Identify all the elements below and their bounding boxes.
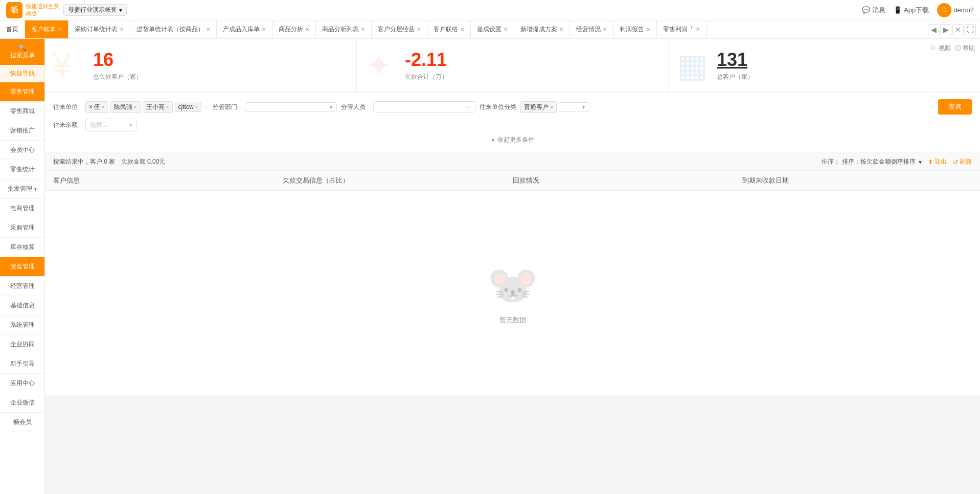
filter-tag-0[interactable]: × 伍 × — [85, 101, 108, 113]
tab-next-btn[interactable]: ▶ — [940, 24, 951, 35]
avatar: D — [937, 3, 951, 17]
tab-close-all-btn[interactable]: ✕ — [952, 24, 964, 35]
tab-new-commission-plan[interactable]: 新增提成方案 ✕ — [514, 20, 570, 39]
sidebar-item-retail-mgmt[interactable]: 零售管理 — [0, 82, 44, 102]
org-selector[interactable]: 母婴行业演示帐套 ▾ — [63, 4, 127, 16]
filter-tag-close-0[interactable]: × — [102, 104, 105, 110]
tab-close-11[interactable]: ✕ — [603, 27, 607, 32]
filter-classify-tag-0[interactable]: 普通客户 × — [520, 101, 557, 113]
tab-close-12[interactable]: ✕ — [646, 27, 650, 32]
tab-close-13[interactable]: ✕ — [696, 27, 700, 32]
tab-close-9[interactable]: ✕ — [504, 27, 508, 32]
tab-customer-tier[interactable]: 客户分层经营 ✕ — [372, 20, 427, 39]
dept-arrow-icon: ▾ — [330, 104, 332, 110]
sidebar-item-beginner-guide[interactable]: 新手引导 — [0, 354, 44, 374]
col-repayment: 回款情况 — [513, 176, 742, 185]
tab-home[interactable]: 首页 — [0, 20, 25, 39]
nav-tabs: 首页 客户账本 ✕ 采购订单统计表 ✕ 进货单统计表（按商品） ✕ 产成品入库单… — [0, 20, 980, 39]
sidebar-item-marketing[interactable]: 营销推广 — [0, 121, 44, 141]
sidebar-item-app-center[interactable]: 应用中心 — [0, 374, 44, 393]
filter-dept-label: 分管部门 — [213, 103, 241, 111]
filter-classify-tag-close[interactable]: × — [550, 104, 553, 110]
sidebar-search[interactable]: 🔍 搜索菜单 — [0, 39, 44, 65]
collapse-btn[interactable]: ∧ 收起更多条件 — [491, 136, 534, 144]
stat-bg-icon-3: ▦ — [677, 47, 708, 84]
tab-close-4[interactable]: ✕ — [262, 27, 266, 32]
tab-customer-contact[interactable]: 客户联络 ✕ — [427, 20, 471, 39]
filter-person-select[interactable]: ··· — [373, 101, 475, 113]
sidebar-item-enterprise-wechat[interactable]: 企业微信 — [0, 393, 44, 413]
filter-row-2: 往来余额 选择... ▾ — [53, 119, 972, 131]
layout: 🔍 搜索菜单 快捷导航 零售管理 零售商城 营销推广 会员中心 零售统计 批发管… — [0, 39, 980, 494]
table-body: 🐭 暂无数据 — [45, 191, 980, 395]
filter-balance-select[interactable]: 选择... ▾ — [85, 119, 136, 131]
message-btn[interactable]: 💬 消息 — [862, 6, 885, 15]
filter-more-btn[interactable]: ··· — [203, 103, 209, 110]
sidebar-item-enterprise-collab[interactable]: 企业协同 — [0, 335, 44, 354]
refresh-btn[interactable]: ↺ 刷新 — [953, 158, 972, 166]
sidebar-item-purchase-mgmt[interactable]: 采购管理 — [0, 218, 44, 238]
tab-purchase-order-stats[interactable]: 采购订单统计表 ✕ — [69, 20, 130, 39]
app-download-btn[interactable]: 📱 App下载 — [894, 6, 929, 15]
tab-commission-settings[interactable]: 提成设置 ✕ — [471, 20, 514, 39]
sidebar-item-system-mgmt[interactable]: 系统管理 — [0, 316, 44, 335]
tab-product-stock[interactable]: 产成品入库单 ✕ — [217, 20, 272, 39]
stat-bg-icon-1: ¥ — [53, 47, 72, 84]
filter-classify-select[interactable]: ▾ — [559, 102, 589, 112]
tab-retail-profit[interactable]: 零售利润「 ✕ — [657, 20, 706, 39]
tab-close-10[interactable]: ✕ — [559, 27, 563, 32]
tab-close-8[interactable]: ✕ — [460, 27, 464, 32]
filter-tag-close-3[interactable]: × — [195, 104, 198, 110]
filter-tag-close-2[interactable]: × — [166, 104, 169, 110]
tab-prev-btn[interactable]: ◀ — [928, 24, 939, 35]
tab-close-7[interactable]: ✕ — [417, 27, 421, 32]
tab-business-situation[interactable]: 经营情况 ✕ — [570, 20, 613, 39]
video-link[interactable]: ▷ 视频 — [930, 44, 950, 53]
sidebar-item-business-mgmt[interactable]: 经营管理 — [0, 277, 44, 296]
filter-classify-tags: 普通客户 × ▾ — [520, 101, 589, 113]
tab-product-analysis[interactable]: 商品分析 ✕ — [272, 20, 316, 39]
quick-nav[interactable]: 快捷导航 — [0, 65, 44, 82]
sort-select[interactable]: 排序： 排序：按欠款金额倒序排序 ▾ — [822, 158, 922, 166]
tab-close-2[interactable]: ✕ — [120, 27, 124, 32]
stat-label-customers: 总欠款客户（家） — [93, 73, 142, 81]
search-button[interactable]: 查询 — [938, 99, 972, 115]
filter-unit-label: 往来单位 — [53, 103, 81, 111]
filter-tag-1[interactable]: 陈民强 × — [110, 101, 141, 113]
phone-icon: 📱 — [894, 6, 902, 14]
filter-tag-close-1[interactable]: × — [134, 104, 137, 110]
table-header: 客户信息 欠款交易信息（占比） 回款情况 到期未收款日期 — [45, 171, 980, 191]
sidebar-item-ecommerce-mgmt[interactable]: 电商管理 — [0, 199, 44, 218]
sidebar-item-retail-stats[interactable]: 零售统计 — [0, 160, 44, 179]
sidebar-item-chang-member[interactable]: 畅会员 — [0, 413, 44, 432]
tab-close-3[interactable]: ✕ — [206, 27, 210, 32]
stat-value-total: 131 — [717, 49, 747, 71]
result-bar: 搜索结果中，客户 0 家 欠款金额 0.00元 排序： 排序：按欠款金额倒序排序… — [45, 153, 980, 171]
stat-value-customers: 16 — [93, 49, 113, 71]
tab-close-6[interactable]: ✕ — [361, 27, 365, 32]
stat-bg-icon-2: ✦ — [365, 47, 393, 84]
tab-max-btn[interactable]: ⛶ — [965, 24, 976, 35]
search-icon: 🔍 — [18, 44, 26, 51]
user-menu[interactable]: D demo2 — [937, 3, 974, 17]
tab-profit-report[interactable]: 利润报告 ✕ — [613, 20, 657, 39]
tab-close-customer-ledger[interactable]: ✕ — [58, 27, 62, 32]
sidebar-item-member-center[interactable]: 会员中心 — [0, 141, 44, 160]
export-btn[interactable]: ⬆ 导出 — [928, 158, 947, 166]
tab-product-analysis-list[interactable]: 商品分析列表 ✕ — [316, 20, 372, 39]
sidebar-item-wholesale-mgmt[interactable]: 批发管理 ▾ — [0, 179, 44, 199]
filter-dept-select[interactable]: ▾ — [245, 102, 337, 112]
sort-arrow-icon: ▾ — [919, 159, 922, 166]
data-table: 客户信息 欠款交易信息（占比） 回款情况 到期未收款日期 🐭 暂无数据 — [45, 171, 980, 395]
sidebar-item-basic-info[interactable]: 基础信息 — [0, 296, 44, 316]
tab-close-5[interactable]: ✕ — [305, 27, 309, 32]
filter-row-1: 往来单位 × 伍 × 陈民强 × 王小亮 × — [53, 99, 972, 115]
sidebar-item-inventory-audit[interactable]: 库存核算 — [0, 238, 44, 257]
help-link[interactable]: ⓘ 帮助 — [955, 44, 975, 53]
filter-tag-2[interactable]: 王小亮 × — [143, 101, 173, 113]
sidebar-item-capital-mgmt[interactable]: 资金管理 — [0, 257, 44, 277]
tab-customer-ledger[interactable]: 客户账本 ✕ — [25, 20, 69, 39]
tab-purchase-stats-by-product[interactable]: 进货单统计表（按商品） ✕ — [130, 20, 217, 39]
filter-tag-3[interactable]: cjttcw × — [175, 102, 202, 112]
sidebar-item-retail-mall[interactable]: 零售商城 — [0, 102, 44, 121]
